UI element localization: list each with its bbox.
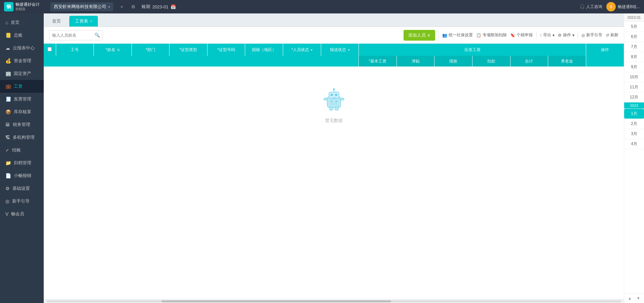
status-filter-icon[interactable]: ▾	[311, 48, 312, 52]
sidebar-item-assets[interactable]: 🏢 固定资产	[0, 67, 44, 80]
operation-btn[interactable]: ⚙ 操作 ▾	[558, 32, 574, 38]
date-item-11月[interactable]: 11月	[624, 82, 644, 92]
svg-rect-3	[335, 94, 337, 96]
tab-close-icon[interactable]: ×	[90, 19, 92, 23]
company-name: 西安虾米网络科技有限公司	[54, 4, 106, 10]
guide-icon: ◎	[5, 199, 9, 204]
name-sort-icon[interactable]: ⇅	[117, 48, 120, 52]
sidebar: ⌂ 首页 📒 总账 ☁ 云报表中心 💰 资金管理 🏢 固定资产 💼 工资 🧾 发…	[0, 13, 44, 303]
sidebar-item-tax[interactable]: 🏛 税务管理	[0, 118, 44, 131]
logo-icon: 畅	[4, 2, 13, 11]
date-nav-up-button[interactable]: ▲	[627, 295, 633, 302]
sidebar-label-inventory: 库存核算	[14, 109, 31, 115]
sidebar-item-guide[interactable]: ◎ 新手引导	[0, 195, 44, 208]
date-item-10月[interactable]: 10月	[624, 72, 644, 82]
salary-table: 工号 *姓名 ⇅ *部门 *证型类型 *证型号码 国籍（地区） *人员状态	[44, 44, 624, 67]
table-header-row: 工号 *姓名 ⇅ *部门 *证型类型 *证型号码 国籍（地区） *人员状态	[44, 44, 624, 56]
date-nav-down-button[interactable]: ▼	[635, 295, 642, 302]
sidebar-item-inventory[interactable]: 📦 库存核算	[0, 105, 44, 118]
multi-org-icon: 🏗	[5, 135, 10, 140]
scroll-thumb[interactable]	[161, 300, 391, 302]
sidebar-item-archive[interactable]: 📁 归档管理	[0, 157, 44, 169]
export-btn[interactable]: ↑ 导出 ▾	[540, 32, 555, 38]
svg-rect-2	[331, 94, 333, 96]
date-item-12月[interactable]: 12月	[624, 92, 644, 102]
refresh-btn[interactable]: ↺ 刷新	[606, 32, 618, 38]
date-item-2月-curr[interactable]: 2月	[624, 119, 644, 129]
date-list: 5月6月7月8月9月10月11月12月20231月2月3月4月	[624, 22, 644, 293]
empty-text: 暂无数据	[325, 118, 343, 124]
sidebar-item-salary[interactable]: 💼 工资	[0, 80, 44, 93]
export-arrow: ▾	[553, 33, 555, 38]
sidebar-item-multi-org[interactable]: 🏗 多机构管理	[0, 131, 44, 144]
sidebar-label-tax: 税务管理	[13, 122, 30, 128]
th-name[interactable]: *姓名 ⇅	[94, 44, 132, 56]
user-area[interactable]: B 畅捷通B组...	[606, 2, 640, 11]
refresh-icon: ↺	[606, 33, 609, 38]
sidebar-item-closing[interactable]: ✓ 结账	[0, 144, 44, 157]
home-icon: ⌂	[5, 20, 8, 25]
tab-salary[interactable]: 工资表 ×	[69, 16, 98, 27]
calendar-icon[interactable]: 📅	[171, 4, 176, 9]
tab-home[interactable]: 首页	[46, 16, 67, 27]
th-id: 工号	[56, 44, 94, 56]
add-person-button[interactable]: 添加人员 ∨	[404, 30, 435, 41]
sidebar-label-archive: 归档管理	[14, 160, 31, 166]
date-item-4月-curr[interactable]: 4月	[624, 139, 644, 149]
sidebar-label-member: 畅会员	[11, 211, 24, 217]
sidebar-item-invoice[interactable]: 🧾 发票管理	[0, 93, 44, 105]
personal-tax-btn[interactable]: 🔖 个税申报	[510, 32, 533, 38]
date-item-8月[interactable]: 8月	[624, 52, 644, 62]
company-selector[interactable]: 西安虾米网络科技有限公司 ▾	[50, 2, 113, 11]
search-input[interactable]	[52, 33, 94, 38]
export-label: 导出	[543, 32, 551, 38]
sidebar-item-member[interactable]: V 畅会员	[0, 208, 44, 220]
social-security-btn[interactable]: 👥 统一社保设置	[442, 32, 473, 38]
date-item-9月[interactable]: 9月	[624, 62, 644, 72]
select-all-checkbox[interactable]	[47, 47, 52, 51]
sidebar-label-guide: 新手引导	[12, 198, 30, 204]
sidebar-item-expense[interactable]: 📄 小畅报销	[0, 169, 44, 182]
sidebar-item-settings[interactable]: ⚙ 基础设置	[0, 182, 44, 195]
scroll-track[interactable]	[46, 300, 621, 302]
app-name: 畅捷通好会计	[15, 2, 40, 7]
sidebar-label-expense: 小畅报销	[14, 173, 31, 179]
sidebar-item-fund[interactable]: 💰 资金管理	[0, 54, 44, 67]
tax-icon: 🏛	[5, 122, 10, 127]
date-year-badge: 2023	[624, 102, 644, 109]
logo-area: 畅 畅捷通好会计 旗舰版	[4, 2, 48, 11]
sidebar-item-ledger[interactable]: 📒 总账	[0, 29, 44, 42]
settings-button[interactable]: ⚙	[129, 2, 138, 11]
report-filter-icon[interactable]: ▾	[348, 48, 350, 52]
guide-btn[interactable]: ◎ 新手引导	[581, 32, 602, 38]
date-item-3月-curr[interactable]: 3月	[624, 129, 644, 139]
empty-robot-icon	[320, 87, 347, 114]
th-checkbox[interactable]	[44, 44, 56, 56]
special-deduction-btn[interactable]: 📋 专项附加扣除	[476, 32, 507, 38]
th-basewage: *基本工资	[359, 56, 397, 67]
cloud-report-icon: ☁	[5, 45, 10, 51]
add-company-button[interactable]: +	[117, 2, 126, 11]
th-perf: 绩效	[434, 56, 472, 67]
sidebar-item-cloud-report[interactable]: ☁ 云报表中心	[0, 42, 44, 54]
archive-icon: 📁	[5, 160, 11, 166]
sidebar-label-salary: 工资	[14, 83, 23, 89]
personal-tax-label: 个税申报	[517, 32, 533, 38]
th-report[interactable]: 报送状态 ▾	[321, 44, 359, 56]
th-issued-group: 应发工资	[359, 44, 586, 56]
date-item-7月[interactable]: 7月	[624, 42, 644, 52]
special-deduction-icon: 📋	[476, 33, 481, 38]
sidebar-item-home[interactable]: ⌂ 首页	[0, 16, 44, 29]
date-item-6月[interactable]: 6月	[624, 32, 644, 42]
special-deduction-label: 专项附加扣除	[483, 32, 507, 38]
tab-bar: 首页 工资表 ×	[44, 13, 624, 27]
th-status-label: *人员状态	[291, 47, 309, 52]
date-item-1月-curr[interactable]: 1月	[624, 109, 644, 119]
svg-rect-7	[341, 98, 344, 100]
service-button[interactable]: 🎧 人工咨询	[580, 4, 602, 10]
search-icon: 🔍	[94, 33, 100, 38]
right-header: 🎧 人工咨询 B 畅捷通B组...	[580, 2, 640, 11]
th-status[interactable]: *人员状态 ▾	[283, 44, 321, 56]
divider-2	[536, 32, 536, 38]
date-item-5月[interactable]: 5月	[624, 22, 644, 32]
